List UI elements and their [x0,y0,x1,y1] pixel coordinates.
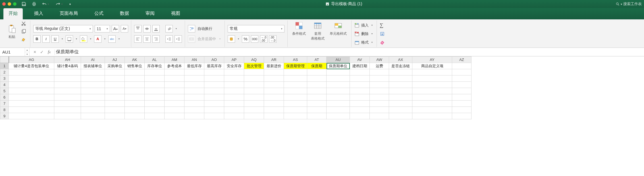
column-header-AU[interactable]: AU [327,57,350,63]
cell-AJ7[interactable] [105,101,125,107]
cell-AQ3[interactable] [244,75,264,82]
cell-AR1[interactable]: 最新进价 [264,63,284,69]
cell-AQ6[interactable] [244,94,264,101]
cell-AW8[interactable] [370,107,389,113]
cell-AZ8[interactable] [452,107,471,113]
cell-AH1[interactable]: 辅计量4条码 [54,63,81,69]
cell-AX1[interactable]: 是否走冻链 [389,63,412,69]
cell-AW5[interactable] [370,88,389,94]
cell-AK1[interactable]: 销售单位 [125,63,145,69]
undo-icon[interactable]: ▾ [41,1,51,7]
column-header-AK[interactable]: AK [125,57,145,63]
comma-icon[interactable]: 000 [251,35,258,43]
format-cells-button[interactable]: 格式▾ [354,39,374,46]
cell-AP1[interactable]: 安全库存 [224,63,244,69]
cell-AU5[interactable] [327,88,350,94]
cell-AN8[interactable] [184,107,204,113]
qat-customize-icon[interactable]: ▾ [68,2,72,6]
cell-AY1[interactable]: 商品自定义项 [412,63,452,69]
cell-AT1[interactable]: 保质期 [307,63,327,69]
select-all-corner[interactable] [0,57,9,63]
column-header-AZ[interactable]: AZ [452,57,471,63]
cell-AO5[interactable] [204,88,224,94]
cell-AL8[interactable] [145,107,165,113]
column-header-AS[interactable]: AS [284,57,307,63]
font-color-button[interactable]: A [94,35,101,43]
align-right-icon[interactable] [152,35,160,43]
cell-AI6[interactable] [81,94,105,101]
cell-AR8[interactable] [264,107,284,113]
cell-AJ5[interactable] [105,88,125,94]
cell-AP3[interactable] [224,75,244,82]
column-header-AQ[interactable]: AQ [244,57,264,63]
column-header-AT[interactable]: AT [307,57,327,63]
cell-AS9[interactable] [284,113,307,119]
format-as-table-button[interactable]: 套用 表格格式 [309,21,326,42]
cell-AV8[interactable] [350,107,370,113]
cell-AM5[interactable] [165,88,184,94]
cell-AN3[interactable] [184,75,204,82]
cell-AU4[interactable] [327,82,350,88]
cell-AG7[interactable] [9,101,54,107]
cell-AI8[interactable] [81,107,105,113]
cell-AG3[interactable] [9,75,54,82]
cell-AI2[interactable] [81,69,105,75]
cancel-formula-icon[interactable]: × [34,50,36,55]
cell-AL4[interactable] [145,82,165,88]
cell-AH9[interactable] [54,113,81,119]
column-header-AP[interactable]: AP [224,57,244,63]
row-header-6[interactable]: 6 [0,94,9,101]
decrease-indent-icon[interactable] [165,35,173,43]
cell-AX3[interactable] [389,75,412,82]
column-header-AJ[interactable]: AJ [105,57,125,63]
cell-AV9[interactable] [350,113,370,119]
cell-AX2[interactable] [389,69,412,75]
row-header-5[interactable]: 5 [0,88,9,94]
cell-AG1[interactable]: 辅计量4是否包装单位 [9,63,54,69]
underline-button[interactable]: U [51,35,59,43]
cell-AP2[interactable] [224,69,244,75]
increase-indent-icon[interactable] [174,35,182,43]
cell-AL1[interactable]: 库存单位 [145,63,165,69]
column-header-AV[interactable]: AV [350,57,370,63]
cell-AL9[interactable] [145,113,165,119]
tab-视图[interactable]: 视图 [166,8,185,19]
cell-AR6[interactable] [264,94,284,101]
cell-AJ2[interactable] [105,69,125,75]
cell-AO9[interactable] [204,113,224,119]
cell-AI7[interactable] [81,101,105,107]
cell-AP9[interactable] [224,113,244,119]
column-header-AL[interactable]: AL [145,57,165,63]
cell-AT8[interactable] [307,107,327,113]
cell-AR5[interactable] [264,88,284,94]
cell-AH7[interactable] [54,101,81,107]
tab-公式[interactable]: 公式 [89,8,109,19]
cell-AO8[interactable] [204,107,224,113]
tab-页面布局[interactable]: 页面布局 [55,8,83,19]
decrease-decimal-icon[interactable]: .00→.0 [269,35,277,43]
cell-AG8[interactable] [9,107,54,113]
fill-color-button[interactable] [80,35,87,43]
cell-AM3[interactable] [165,75,184,82]
cell-AM8[interactable] [165,107,184,113]
column-header-AX[interactable]: AX [389,57,412,63]
cell-AK8[interactable] [125,107,145,113]
cell-styles-button[interactable]: 单元格样式 [328,21,348,37]
cell-AL6[interactable] [145,94,165,101]
column-header-AW[interactable]: AW [370,57,389,63]
cell-AZ1[interactable] [452,63,471,69]
cell-AH5[interactable] [54,88,81,94]
cell-AM9[interactable] [165,113,184,119]
cell-AK5[interactable] [125,88,145,94]
cell-AZ9[interactable] [452,113,471,119]
italic-button[interactable]: I [42,35,50,43]
cell-AK6[interactable] [125,94,145,101]
cell-AU3[interactable] [327,75,350,82]
cell-AY3[interactable] [412,75,452,82]
cell-AM2[interactable] [165,69,184,75]
copy-icon[interactable] [20,28,27,35]
cell-AZ5[interactable] [452,88,471,94]
cell-AK3[interactable] [125,75,145,82]
cell-AW3[interactable] [370,75,389,82]
column-header-AN[interactable]: AN [184,57,204,63]
